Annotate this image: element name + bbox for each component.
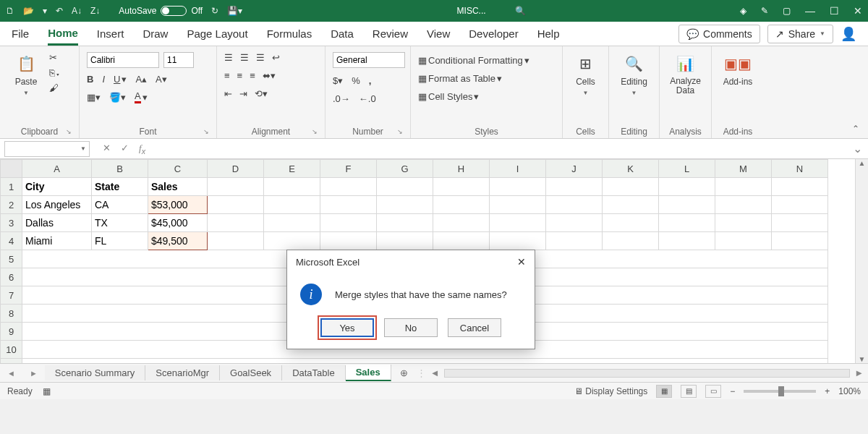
col-header[interactable]: B xyxy=(92,160,148,178)
cell[interactable]: $49,500 xyxy=(148,232,208,250)
cell[interactable] xyxy=(490,232,546,250)
cell[interactable] xyxy=(490,196,546,214)
cell[interactable] xyxy=(546,232,603,250)
undo-icon[interactable]: ↶ xyxy=(56,6,63,16)
new-file-icon[interactable]: 🗋 xyxy=(6,6,14,16)
tab-draw[interactable]: Draw xyxy=(142,23,168,44)
format-painter-icon[interactable]: 🖌 xyxy=(49,82,61,93)
cell[interactable] xyxy=(433,178,490,196)
macro-icon[interactable]: ▦ xyxy=(43,386,51,396)
cell[interactable] xyxy=(772,232,828,250)
yes-button[interactable]: Yes xyxy=(320,318,374,337)
indent-dec-icon[interactable]: ⇤ xyxy=(224,88,232,99)
align-right-icon[interactable]: ≡ xyxy=(250,70,255,81)
cell[interactable] xyxy=(603,178,659,196)
fx-icon[interactable]: fx xyxy=(139,142,145,156)
cell[interactable]: TX xyxy=(92,214,148,232)
tab-developer[interactable]: Developer xyxy=(469,23,518,44)
tab-nav-prev-icon[interactable]: ◄ xyxy=(0,369,22,378)
sheet-tab[interactable]: Scenario Summary xyxy=(45,365,146,380)
tab-data[interactable]: Data xyxy=(331,23,354,44)
launcher-icon[interactable]: ↘ xyxy=(66,128,72,135)
cell[interactable] xyxy=(715,178,772,196)
minimize-icon[interactable]: — xyxy=(805,5,815,17)
cell-styles-button[interactable]: ▦ Cell Styles ▾ xyxy=(418,91,529,102)
cell[interactable] xyxy=(264,178,320,196)
cell[interactable] xyxy=(320,232,377,250)
comma-icon[interactable]: , xyxy=(369,75,372,86)
border-icon[interactable]: ▦▾ xyxy=(87,92,101,103)
orientation-icon[interactable]: ⟲▾ xyxy=(255,88,268,99)
enter-formula-icon[interactable]: ✓ xyxy=(121,142,129,156)
underline-icon[interactable]: U▾ xyxy=(114,74,127,85)
cell[interactable] xyxy=(433,232,490,250)
tab-nav-next-icon[interactable]: ► xyxy=(22,369,45,378)
tab-help[interactable]: Help xyxy=(537,23,560,44)
align-center-icon[interactable]: ≡ xyxy=(237,70,243,81)
cell[interactable] xyxy=(320,196,377,214)
align-top-icon[interactable]: ☰ xyxy=(224,52,233,63)
format-as-table-button[interactable]: ▦ Format as Table ▾ xyxy=(418,73,529,84)
cell[interactable] xyxy=(659,214,715,232)
toggle-switch-icon[interactable] xyxy=(161,6,187,16)
share-button[interactable]: ↗Share▼ xyxy=(767,25,833,43)
diamond-icon[interactable]: ◈ xyxy=(740,6,746,16)
cell[interactable]: Dallas xyxy=(22,214,92,232)
name-box[interactable]: ▼ xyxy=(4,141,90,157)
cell[interactable] xyxy=(377,196,433,214)
align-middle-icon[interactable]: ☰ xyxy=(240,52,249,63)
percent-icon[interactable]: % xyxy=(352,75,360,86)
add-sheet-icon[interactable]: ⊕ xyxy=(391,367,417,378)
cell[interactable] xyxy=(264,214,320,232)
launcher-icon[interactable]: ↘ xyxy=(397,128,403,135)
tab-view[interactable]: View xyxy=(427,23,450,44)
refresh-icon[interactable]: ↻ xyxy=(211,6,218,16)
row-header[interactable]: 7 xyxy=(1,286,22,305)
col-header[interactable]: J xyxy=(546,160,603,178)
conditional-formatting-button[interactable]: ▦ Conditional Formatting ▾ xyxy=(418,55,529,66)
no-button[interactable]: No xyxy=(384,318,438,337)
cell[interactable] xyxy=(546,196,603,214)
sheet-tab-active[interactable]: Sales xyxy=(346,365,391,381)
cell[interactable] xyxy=(433,214,490,232)
editing-button[interactable]: 🔍 Editing ▼ xyxy=(616,49,652,96)
zoom-in-icon[interactable]: + xyxy=(825,386,830,396)
merge-icon[interactable]: ⬌▾ xyxy=(263,70,276,81)
cell[interactable] xyxy=(320,214,377,232)
bold-icon[interactable]: B xyxy=(87,74,93,85)
col-header[interactable]: C xyxy=(148,160,208,178)
align-left-icon[interactable]: ≡ xyxy=(224,70,230,81)
col-header[interactable]: L xyxy=(659,160,715,178)
tab-formulas[interactable]: Formulas xyxy=(267,23,312,44)
cell[interactable] xyxy=(603,196,659,214)
col-header[interactable]: M xyxy=(715,160,772,178)
shrink-font-icon[interactable]: A▾ xyxy=(156,74,167,85)
zoom-slider[interactable] xyxy=(744,390,816,393)
cell[interactable] xyxy=(772,196,828,214)
cell[interactable]: Sales xyxy=(148,178,208,196)
row-header[interactable]: 1 xyxy=(1,178,22,196)
inc-decimal-icon[interactable]: .0→ xyxy=(333,93,350,104)
zoom-level[interactable]: 100% xyxy=(838,386,861,396)
cell[interactable]: Miami xyxy=(22,232,92,250)
display-settings-button[interactable]: 🖥 Display Settings xyxy=(574,386,647,396)
cell[interactable] xyxy=(264,232,320,250)
cell[interactable]: Los Angeles xyxy=(22,196,92,214)
cell[interactable] xyxy=(546,214,603,232)
cell[interactable] xyxy=(546,178,603,196)
close-icon[interactable]: ✕ xyxy=(854,5,862,17)
cell[interactable] xyxy=(264,196,320,214)
cut-icon[interactable]: ✂ xyxy=(49,52,61,63)
view-break-icon[interactable]: ▭ xyxy=(705,385,721,398)
cell[interactable] xyxy=(659,178,715,196)
cell[interactable] xyxy=(659,196,715,214)
col-header[interactable]: F xyxy=(320,160,377,178)
search-icon[interactable]: 🔍 xyxy=(515,6,526,16)
horizontal-scrollbar[interactable]: ◄► xyxy=(426,367,868,378)
expand-formula-icon[interactable]: ⌄ xyxy=(847,142,868,156)
row-header[interactable]: 9 xyxy=(1,323,22,341)
launcher-icon[interactable]: ↘ xyxy=(203,128,209,135)
cancel-button[interactable]: Cancel xyxy=(448,318,501,337)
cell[interactable]: City xyxy=(22,178,92,196)
pencil-icon[interactable]: ✎ xyxy=(761,6,768,16)
